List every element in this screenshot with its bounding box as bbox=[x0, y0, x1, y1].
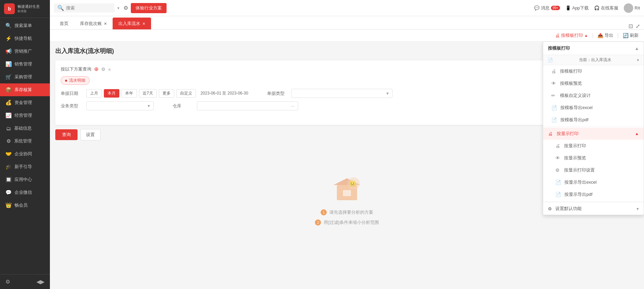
apps-icon: 🔲 bbox=[5, 177, 12, 183]
sidebar-item-wechat[interactable]: 💬 企业微信 bbox=[0, 186, 50, 199]
filter-flow-tag[interactable]: 流水明细 bbox=[61, 76, 90, 85]
current-tag-arrow[interactable]: ▾ bbox=[637, 58, 639, 62]
print-item-display-excel[interactable]: 📄 按显示导出excel bbox=[543, 176, 644, 188]
search-nav-icon: 🔍 bbox=[5, 23, 12, 29]
print-item-template-pdf[interactable]: 📄 按模板导出pdf bbox=[543, 114, 644, 126]
sidebar-item-member[interactable]: 👑 畅会员 bbox=[0, 199, 50, 212]
online-service-btn[interactable]: 🎧 在线客服 bbox=[594, 5, 618, 11]
topbar: 🔍 ▾ ⚙ 体验行业方案 💬 消息 99+ 📱 App下载 🎧 在线客服 Rit bbox=[50, 0, 644, 16]
date-btn-7days[interactable]: 近7天 bbox=[139, 89, 157, 98]
tab-batch-close[interactable]: ✕ bbox=[104, 22, 107, 26]
settings-default-icon: ⚙ bbox=[548, 206, 552, 211]
date-range: 2023-06-01 至 2023-06-30 bbox=[201, 90, 248, 96]
date-btn-more[interactable]: 更多 bbox=[159, 89, 174, 98]
tab-home[interactable]: 首页 bbox=[54, 18, 74, 29]
phone-icon: 📱 bbox=[565, 5, 571, 10]
sidebar-item-finance[interactable]: 💰 资金管理 bbox=[0, 96, 50, 109]
filter-tag-dot bbox=[65, 80, 67, 82]
print-footer-item[interactable]: ⚙ 设置默认功能 ▾ bbox=[543, 202, 644, 215]
sidebar-item-search[interactable]: 🔍 搜索菜单 bbox=[0, 19, 50, 32]
svg-rect-2 bbox=[343, 190, 351, 196]
business-type-select[interactable]: ▾ bbox=[86, 101, 154, 110]
step-1-number: 1 bbox=[321, 209, 327, 215]
date-btn-last-month[interactable]: 上月 bbox=[86, 89, 102, 98]
user-profile-btn[interactable]: Rit bbox=[624, 3, 640, 13]
topbar-gear-icon[interactable]: ⚙ bbox=[123, 5, 128, 11]
search-icon: 🔍 bbox=[57, 5, 64, 11]
print-dropdown-header: 按模板打印 ▲ bbox=[543, 42, 644, 55]
sidebar-item-operations[interactable]: 📈 经营管理 bbox=[0, 109, 50, 122]
print-item-template-excel[interactable]: 📄 按模板导出excel bbox=[543, 102, 644, 114]
finance-icon: 💰 bbox=[5, 100, 12, 106]
refresh-btn[interactable]: 🔄 刷新 bbox=[623, 32, 639, 38]
tab-flow[interactable]: 出入库流水 ✕ bbox=[113, 18, 151, 29]
date-btn-this-month[interactable]: 本月 bbox=[104, 89, 119, 98]
industry-btn[interactable]: 体验行业方案 bbox=[131, 3, 167, 13]
print-dropdown-arrow[interactable]: ▲ bbox=[584, 33, 588, 37]
print-dropdown-collapse-icon[interactable]: ▲ bbox=[635, 46, 639, 51]
print-item-template-custom[interactable]: ✏ 模板自定义设计 bbox=[543, 89, 644, 102]
sidebar-logo: b 畅捷通好生意 标准版 bbox=[0, 0, 50, 18]
settings-button[interactable]: 设置 bbox=[80, 129, 100, 140]
window-restore-icon[interactable]: ⊡ bbox=[628, 23, 633, 29]
filter-settings-icon[interactable]: ⚙ bbox=[101, 67, 106, 72]
sidebar: b 畅捷通好生意 标准版 🔍 搜索菜单 ⚡ 快捷导航 📢 营销推广 📊 销售管理… bbox=[0, 0, 50, 289]
business-type-arrow: ▾ bbox=[148, 103, 150, 108]
print-footer-arrow: ▾ bbox=[637, 206, 639, 211]
sidebar-item-basic[interactable]: 🗂 基础信息 bbox=[0, 122, 50, 135]
topbar-search-box[interactable]: 🔍 bbox=[54, 3, 115, 12]
topbar-right: 💬 消息 99+ 📱 App下载 🎧 在线客服 Rit bbox=[534, 3, 640, 13]
app-download-btn[interactable]: 📱 App下载 bbox=[565, 5, 589, 11]
tab-flow-close[interactable]: ✕ bbox=[142, 22, 145, 26]
sidebar-item-inventory[interactable]: 📦 库存核算 bbox=[0, 83, 50, 96]
current-tag-icon: 📄 bbox=[548, 58, 553, 62]
shortcut-icon: ⚡ bbox=[5, 35, 12, 42]
print-display-section-header[interactable]: 🖨 按显示打印 ▲ bbox=[543, 128, 644, 140]
export-btn[interactable]: 📤 导出 bbox=[597, 32, 613, 38]
empty-step-2: 2 用[过滤]条件来缩小分析范围 bbox=[315, 219, 379, 226]
date-buttons: 上月 本月 本年 近7天 更多 自定义 2023-06-01 至 2023-06… bbox=[86, 89, 248, 98]
refresh-icon: 🔄 bbox=[623, 33, 628, 38]
inventory-icon: 📦 bbox=[5, 87, 12, 93]
empty-illustration: 😐 bbox=[330, 172, 364, 205]
print-template-btn[interactable]: 🖨 按模板打印 ▲ bbox=[555, 32, 588, 38]
filter-add-btn[interactable]: ⊕ bbox=[94, 66, 98, 72]
warehouse-select[interactable]: ··· bbox=[197, 101, 298, 110]
sidebar-item-purchase[interactable]: 🛒 采购管理 bbox=[0, 71, 50, 83]
collapse-sidebar-icon[interactable]: ◀▶ bbox=[36, 279, 45, 285]
settings-footer-icon[interactable]: ⚙ bbox=[5, 279, 10, 285]
sidebar-item-shortcut[interactable]: ⚡ 快捷导航 bbox=[0, 32, 50, 45]
window-maximize-icon[interactable]: ⤢ bbox=[636, 23, 640, 29]
tab-batch[interactable]: 库存批次账 ✕ bbox=[74, 18, 113, 29]
print-item-display-settings[interactable]: ⚙ 按显示打印设置 bbox=[543, 164, 644, 176]
print-item-display-print[interactable]: 🖨 按显示打印 bbox=[543, 140, 644, 152]
tabs-bar: 首页 库存批次账 ✕ 出入库流水 ✕ ⊡ ⤢ bbox=[50, 16, 644, 30]
separator-1: | bbox=[592, 32, 593, 38]
date-btn-this-year[interactable]: 本年 bbox=[121, 89, 137, 98]
sidebar-item-guide[interactable]: 🎓 新手引导 bbox=[0, 160, 50, 173]
display-section-icon: 🖨 bbox=[548, 131, 553, 136]
date-btn-custom[interactable]: 自定义 bbox=[176, 89, 196, 98]
topbar-chevron-icon[interactable]: ▾ bbox=[117, 6, 119, 10]
warehouse-dots[interactable]: ··· bbox=[291, 103, 294, 108]
cooperation-icon: 🤝 bbox=[5, 151, 12, 157]
sidebar-item-sales[interactable]: 📊 销售管理 bbox=[0, 58, 50, 71]
wechat-icon: 💬 bbox=[5, 189, 12, 195]
template-print-icon: 🖨 bbox=[551, 69, 557, 74]
bill-type-select[interactable]: ▾ bbox=[291, 89, 392, 98]
print-item-display-pdf[interactable]: 📄 按显示导出pdf bbox=[543, 188, 644, 201]
display-section-chevron[interactable]: ▲ bbox=[635, 131, 639, 136]
query-button[interactable]: 查询 bbox=[55, 129, 78, 140]
sidebar-item-apps[interactable]: 🔲 应用中心 bbox=[0, 173, 50, 186]
main-area: 🔍 ▾ ⚙ 体验行业方案 💬 消息 99+ 📱 App下载 🎧 在线客服 Rit bbox=[50, 0, 644, 289]
print-item-template-preview[interactable]: 👁 按模板预览 bbox=[543, 77, 644, 89]
print-item-template-print[interactable]: 🖨 按模板打印 bbox=[543, 65, 644, 77]
search-input[interactable] bbox=[66, 5, 110, 10]
messages-btn[interactable]: 💬 消息 99+ bbox=[534, 5, 560, 11]
template-custom-icon: ✏ bbox=[551, 93, 557, 98]
filter-collapse-icon[interactable]: « bbox=[108, 67, 111, 72]
sidebar-item-cooperation[interactable]: 🤝 企业协同 bbox=[0, 148, 50, 160]
sidebar-item-marketing[interactable]: 📢 营销推广 bbox=[0, 45, 50, 58]
sidebar-item-system[interactable]: ⚙ 系统管理 bbox=[0, 135, 50, 148]
print-item-display-preview[interactable]: 👁 按显示预览 bbox=[543, 152, 644, 164]
